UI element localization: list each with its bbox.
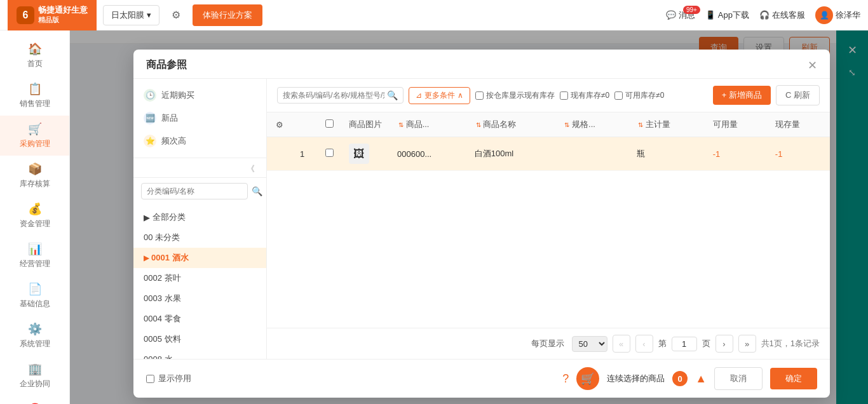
collapse-btn[interactable]: 《 — [240, 161, 261, 177]
logo-sub: 精品版 — [38, 15, 88, 25]
nav-new-label: 新品 — [161, 112, 178, 124]
trial-btn[interactable]: 体验行业方案 — [193, 4, 262, 26]
sidebar-item-inventory[interactable]: 📦 库存核算 — [0, 156, 69, 196]
sales-icon: 📋 — [28, 82, 42, 96]
sidebar-item-guide[interactable]: 🎯 新手引导 — [0, 396, 69, 404]
col-img-header: 商品图片 — [341, 112, 390, 137]
help-icon-btn[interactable]: ? — [562, 372, 569, 386]
filter-usable-label[interactable]: 可用库存≠0 — [614, 90, 664, 101]
filter-available-label[interactable]: 现有库存≠0 — [560, 90, 609, 101]
cat-0002-label: 0002 茶叶 — [144, 273, 181, 284]
cat-0005[interactable]: 0005 饮料 — [133, 329, 266, 349]
cat-0002[interactable]: 0002 茶叶 — [133, 268, 266, 288]
filter-available-checkbox[interactable] — [560, 91, 568, 100]
nav-service-btn[interactable]: 🎧 在线客服 — [759, 10, 805, 21]
nav-dropdown-label: 日太阳膜 — [111, 10, 144, 21]
sidebar-label-enterprise: 企业协同 — [20, 379, 50, 389]
sidebar-item-system[interactable]: ⚙️ 系统管理 — [0, 316, 69, 356]
table-row[interactable]: 1 🖼 000600... 白酒100ml 瓶 -1 — [267, 137, 830, 171]
col-available-header: 可用量 — [705, 112, 768, 137]
top-nav: 6 畅捷通好生意 精品版 日太阳膜 ▾ ⚙ 体验行业方案 💬 消息 99+ 📱 … — [0, 0, 868, 30]
sort-icon-spec: ⇅ — [564, 121, 569, 128]
msg-badge: 99+ — [683, 6, 700, 14]
row-checkbox[interactable] — [325, 149, 334, 157]
new-icon: 🆕 — [144, 112, 156, 125]
nav-recent-purchases[interactable]: 🕒 近期购买 — [133, 84, 266, 107]
refresh-table-btn[interactable]: C 刷新 — [776, 85, 820, 105]
nav-dropdown[interactable]: 日太阳膜 ▾ — [103, 5, 159, 25]
category-search-input[interactable] — [141, 183, 248, 199]
table-header-row: ⚙ 商品图片 ⇅ 商品... — [267, 112, 830, 137]
cat-all[interactable]: ▶ 全部分类 — [133, 207, 266, 227]
search-icon[interactable]: 🔍 — [387, 90, 398, 100]
home-icon: 🏠 — [28, 42, 42, 56]
filter-usable-checkbox[interactable] — [614, 91, 623, 100]
page-next-btn[interactable]: › — [715, 335, 733, 353]
nav-gear-button[interactable]: ⚙ — [166, 5, 186, 25]
page-size-select[interactable]: 50 10 20 100 — [572, 336, 607, 352]
nav-right: 💬 消息 99+ 📱 App下载 🎧 在线客服 👤 徐泽华 — [666, 6, 860, 24]
product-search-input[interactable] — [283, 91, 384, 100]
select-all-checkbox[interactable] — [325, 119, 334, 128]
nav-msg-btn[interactable]: 💬 消息 99+ — [666, 10, 695, 21]
page-first-btn[interactable]: « — [613, 335, 630, 353]
nav-app-download-btn[interactable]: 📱 App下载 — [705, 10, 749, 21]
filter-warehouse-checkbox[interactable] — [475, 91, 484, 100]
row-code-cell: 000600... — [390, 137, 467, 171]
row-img-cell: 🖼 — [341, 137, 390, 171]
inventory-icon: 📦 — [28, 162, 42, 176]
filter-more-label: 更多条件 — [424, 90, 455, 101]
col-unit-header: ⇅ 主计量 — [629, 112, 705, 137]
modal-left-panel: 🕒 近期购买 🆕 新品 ⭐ 频次高 — [133, 79, 267, 359]
category-search-icon[interactable]: 🔍 — [252, 186, 262, 196]
page-last-btn[interactable]: » — [738, 335, 756, 353]
modal-footer: 显示停用 ? 🛒 连续选择的商品 0 ▲ 取消 确定 — [133, 359, 830, 398]
filter-icon: ⊿ — [416, 91, 422, 100]
cat-0008[interactable]: 0008 水 — [133, 349, 266, 359]
sidebar-item-enterprise[interactable]: 🏢 企业协同 — [0, 356, 69, 396]
page-size-label: 每页显示 — [531, 338, 564, 349]
sidebar-item-operations[interactable]: 📊 经营管理 — [0, 236, 69, 276]
collapse-area: 《 — [133, 158, 266, 177]
cancel-btn[interactable]: 取消 — [714, 367, 763, 390]
cat-0001[interactable]: ▶ 0001 酒水 — [133, 248, 266, 268]
cat-0003[interactable]: 0003 水果 — [133, 288, 266, 309]
cat-0003-label: 0003 水果 — [144, 293, 181, 304]
display-disabled-label[interactable]: 显示停用 — [146, 373, 191, 384]
sidebar-item-home[interactable]: 🏠 首页 — [0, 36, 69, 76]
avatar: 👤 — [815, 6, 833, 24]
sidebar-item-purchase[interactable]: 🛒 采购管理 — [0, 116, 69, 156]
cat-0008-label: 0008 水 — [144, 354, 173, 359]
sidebar-label-sales: 销售管理 — [20, 98, 50, 109]
logo-text: 畅捷通好生意 — [38, 5, 88, 16]
nav-freq-label: 频次高 — [161, 135, 186, 147]
sidebar-item-finance[interactable]: 💰 资金管理 — [0, 196, 69, 236]
nav-frequent-products[interactable]: ⭐ 频次高 — [133, 130, 266, 152]
col-no — [292, 112, 318, 137]
page-suffix: 页 — [702, 338, 710, 349]
cat-00[interactable]: 00 未分类 — [133, 227, 266, 248]
display-disabled-checkbox[interactable] — [146, 375, 154, 383]
filter-usable-text: 可用库存≠0 — [625, 90, 664, 101]
confirm-btn[interactable]: 确定 — [770, 368, 817, 389]
modal-close-btn[interactable]: ✕ — [808, 60, 817, 71]
cat-0004[interactable]: 0004 零食 — [133, 309, 266, 329]
sidebar-item-sales[interactable]: 📋 销售管理 — [0, 76, 69, 116]
row-stock-cell: -1 — [768, 137, 830, 171]
col-check — [318, 112, 341, 137]
modal-left-nav: 🕒 近期购买 🆕 新品 ⭐ 频次高 — [133, 79, 266, 158]
filter-more-btn[interactable]: ⊿ 更多条件 ∧ — [409, 87, 470, 104]
cart-icon-btn[interactable]: 🛒 — [576, 367, 599, 390]
page-prev-btn[interactable]: ‹ — [635, 335, 653, 353]
page-number-input[interactable] — [672, 337, 697, 351]
nav-new-products[interactable]: 🆕 新品 — [133, 107, 266, 130]
operations-icon: 📊 — [28, 242, 42, 256]
add-product-btn[interactable]: + 新增商品 — [713, 86, 771, 105]
sidebar-label-home: 首页 — [27, 58, 43, 69]
nav-user-btn[interactable]: 👤 徐泽华 — [815, 6, 860, 24]
app-icon: 📱 — [705, 10, 715, 20]
collapse-selection-btn[interactable]: ▲ — [695, 372, 707, 386]
sidebar-item-basics[interactable]: 📄 基础信息 — [0, 276, 69, 316]
filter-warehouse-label[interactable]: 按仓库显示现有库存 — [475, 90, 555, 101]
sort-icon-unit: ⇅ — [638, 121, 643, 128]
